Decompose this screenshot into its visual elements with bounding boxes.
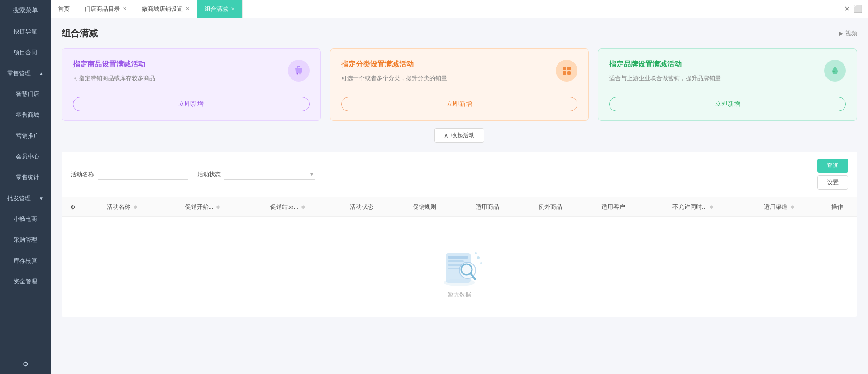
svg-point-0 [296, 73, 298, 75]
sidebar-item-label: 零售商城 [16, 111, 39, 119]
tab-wechat-shop[interactable]: 微商城店铺设置 ✕ [134, 0, 197, 18]
gear-icon: ⚙ [23, 360, 29, 368]
empty-illustration [432, 244, 486, 289]
sort-icon [301, 205, 305, 209]
tab-home[interactable]: 首页 [51, 0, 77, 18]
col-action: 操作 [817, 197, 857, 217]
svg-rect-4 [563, 71, 566, 75]
product-card-title: 指定商品设置满减活动 [73, 60, 310, 69]
sidebar-item-label: 会员中心 [16, 153, 39, 161]
col-rule: 促销规则 [393, 197, 456, 217]
page-content: 组合满减 ▶ 视频 指定商品设置满减活动 可指定滞销商品或库存 [51, 18, 868, 374]
brand-card-add-btn[interactable]: 立即新增 [609, 97, 846, 111]
sidebar-item-member-center[interactable]: 会员中心 [0, 146, 51, 167]
sidebar-search[interactable]: 搜索菜单 [0, 0, 51, 21]
col-name[interactable]: 活动名称 [84, 197, 160, 217]
svg-rect-2 [563, 67, 566, 70]
promo-cards: 指定商品设置满减活动 可指定滞销商品或库存较多商品 立即新增 指定分类设置满减活… [62, 48, 857, 121]
close-window-icon[interactable]: ✕ [844, 5, 850, 13]
filter-row: 活动名称 活动状态 进行中 已结束 未开始 ▾ 查询 设置 [62, 152, 857, 197]
svg-point-16 [477, 256, 480, 259]
tab-label: 组合满减 [205, 5, 228, 13]
collapse-bar: ∧ 收起活动 [62, 128, 857, 143]
svg-rect-3 [567, 67, 571, 70]
sidebar-item-project-contract[interactable]: 项目合同 [0, 42, 51, 63]
category-card-desc: 可选一个或者多个分类，提升分类的销量 [341, 74, 578, 90]
name-filter-label: 活动名称 [71, 170, 94, 178]
collapse-activities-btn[interactable]: ∧ 收起活动 [434, 128, 484, 143]
video-link[interactable]: ▶ 视频 [839, 29, 857, 38]
maximize-window-icon[interactable]: ⬜ [854, 5, 863, 13]
chevron-down-icon: ▼ [39, 196, 43, 201]
video-label: 视频 [845, 29, 857, 38]
tab-combo-discount[interactable]: 组合满减 ✕ [197, 0, 243, 18]
col-no-overlap[interactable]: 不允许同时... [645, 197, 741, 217]
sort-icon [134, 205, 137, 209]
sidebar-item-xiaochangec[interactable]: 小畅电商 [0, 209, 51, 230]
empty-state: 暂无数据 [62, 217, 857, 317]
status-filter-select[interactable]: 进行中 已结束 未开始 [224, 169, 315, 180]
data-table-wrapper: ⚙ 活动名称 促销开始... [62, 197, 857, 317]
sidebar-item-inventory-check[interactable]: 库存核算 [0, 250, 51, 271]
svg-rect-5 [567, 71, 571, 75]
name-filter: 活动名称 [71, 169, 188, 180]
table-empty-row: 暂无数据 [62, 217, 857, 317]
tab-close-icon[interactable]: ✕ [231, 6, 235, 12]
col-settings[interactable]: ⚙ [62, 197, 84, 217]
play-icon: ▶ [839, 30, 844, 37]
col-start[interactable]: 促销开始... [160, 197, 245, 217]
page-header: 组合满减 ▶ 视频 [62, 27, 857, 39]
sidebar-item-label: 智慧门店 [16, 90, 39, 98]
sidebar-item-retail-mgmt[interactable]: 零售管理 ▲ [0, 63, 51, 84]
category-card-title: 指定分类设置满减活动 [341, 60, 578, 69]
col-goods: 适用商品 [456, 197, 519, 217]
collapse-label: 收起活动 [451, 131, 475, 139]
tab-close-icon[interactable]: ✕ [123, 6, 127, 12]
product-card-icon [288, 60, 310, 82]
sidebar-item-label: 小畅电商 [14, 215, 37, 223]
svg-rect-10 [448, 260, 464, 262]
sidebar-item-marketing[interactable]: 营销推广 [0, 125, 51, 146]
product-promo-card: 指定商品设置满减活动 可指定滞销商品或库存较多商品 立即新增 [62, 48, 321, 121]
svg-point-17 [480, 262, 482, 264]
chevron-up-icon: ▲ [39, 71, 43, 76]
brand-card-title: 指定品牌设置满减活动 [609, 60, 846, 69]
product-card-desc: 可指定滞销商品或库存较多商品 [73, 74, 310, 90]
tab-label: 门店商品目录 [85, 5, 120, 13]
sidebar-item-finance-mgmt[interactable]: 资金管理 [0, 271, 51, 292]
sidebar-item-label: 零售统计 [16, 173, 39, 182]
col-end[interactable]: 促销结束... [245, 197, 330, 217]
status-filter: 活动状态 进行中 已结束 未开始 ▾ [197, 169, 315, 180]
sidebar-item-label: 零售管理 [7, 69, 31, 77]
sidebar-item-purchase-mgmt[interactable]: 采购管理 [0, 230, 51, 250]
tab-label: 首页 [58, 5, 70, 13]
sidebar-item-retail-stats[interactable]: 零售统计 [0, 167, 51, 188]
data-table: ⚙ 活动名称 促销开始... [62, 197, 857, 317]
sidebar-item-quick-nav[interactable]: 快捷导航 [0, 21, 51, 42]
table-header-row: ⚙ 活动名称 促销开始... [62, 197, 857, 217]
sidebar-item-label: 资金管理 [14, 278, 37, 286]
sidebar-item-retail-mall[interactable]: 零售商城 [0, 105, 51, 125]
tab-store-catalog[interactable]: 门店商品目录 ✕ [77, 0, 134, 18]
product-card-add-btn[interactable]: 立即新增 [73, 97, 310, 111]
settings-button[interactable]: 设置 [817, 175, 848, 190]
tabbar: 首页 门店商品目录 ✕ 微商城店铺设置 ✕ 组合满减 ✕ ✕ ⬜ [51, 0, 868, 18]
svg-point-1 [299, 73, 300, 75]
brand-promo-card: 指定品牌设置满减活动 适合与上游企业联合做营销，提升品牌销量 立即新增 [598, 48, 857, 121]
status-filter-label: 活动状态 [197, 170, 221, 178]
sidebar-settings[interactable]: ⚙ [0, 354, 51, 374]
name-filter-input[interactable] [98, 169, 188, 180]
status-select-wrapper: 进行中 已结束 未开始 ▾ [224, 169, 315, 180]
sidebar-item-smart-store[interactable]: 智慧门店 [0, 84, 51, 105]
category-promo-card: 指定分类设置满减活动 可选一个或者多个分类，提升分类的销量 立即新增 [330, 48, 589, 121]
category-card-add-btn[interactable]: 立即新增 [341, 97, 578, 111]
col-exclude: 例外商品 [519, 197, 582, 217]
svg-point-18 [475, 252, 477, 254]
sidebar-item-wholesale-mgmt[interactable]: 批发管理 ▼ [0, 188, 51, 209]
query-button[interactable]: 查询 [817, 159, 848, 173]
tab-close-icon[interactable]: ✕ [186, 6, 190, 12]
collapse-icon: ∧ [444, 132, 448, 139]
page-title: 组合满减 [62, 27, 98, 39]
col-channel[interactable]: 适用渠道 [741, 197, 817, 217]
sort-icon [710, 205, 713, 209]
